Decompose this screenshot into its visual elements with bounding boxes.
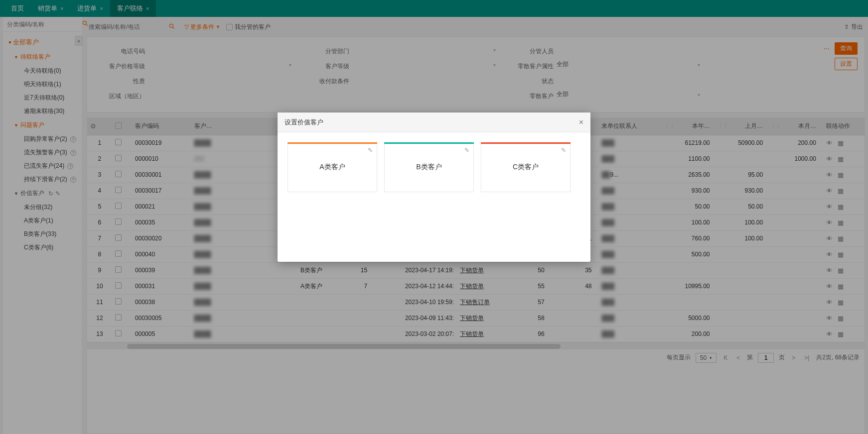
card-label: B类客户 [416,163,441,172]
card-label: C类客户 [513,163,539,172]
edit-icon[interactable]: ✎ [464,147,469,154]
close-icon[interactable]: × [579,118,583,127]
card-label: A类客户 [319,163,345,172]
card-top-bar [288,142,377,144]
edit-icon[interactable]: ✎ [368,147,373,154]
edit-icon[interactable]: ✎ [561,147,566,154]
card-top-bar [481,142,571,144]
value-card-b[interactable]: ✎ B类客户 [384,142,474,192]
value-card-c[interactable]: ✎ C类客户 [481,142,571,192]
modal-header: 设置价值客户 × [278,112,590,132]
modal-overlay[interactable]: 设置价值客户 × ✎ A类客户 ✎ B类客户 ✎ C类客户 [0,0,868,434]
value-customer-modal: 设置价值客户 × ✎ A类客户 ✎ B类客户 ✎ C类客户 [278,112,590,262]
value-card-a[interactable]: ✎ A类客户 [288,142,377,192]
card-top-bar [384,142,474,144]
modal-title: 设置价值客户 [285,118,323,127]
